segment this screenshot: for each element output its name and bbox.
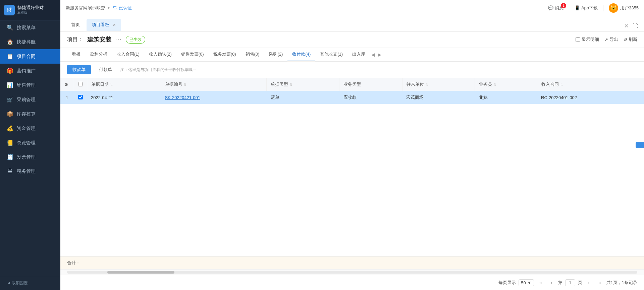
secondary-tab-note: 注：这里是与项目关联的全部收付款单哦～: [120, 67, 197, 73]
sub-nav-other-expense[interactable]: 其他收支(1): [315, 48, 347, 61]
tabbar-actions: ✕ ⛶: [624, 22, 639, 31]
payment-tab-button[interactable]: 付款单: [94, 65, 117, 74]
sidebar: 财 畅捷通好业财 标准版 🔍 搜索菜单 🏠 快捷导航 📋 项目合同 🎁 营销推广…: [0, 0, 60, 290]
feedback-button[interactable]: 反馈: [636, 142, 644, 148]
export-icon: ↗: [604, 37, 608, 42]
messages-badge: 1: [561, 3, 566, 8]
horizontal-scroll-row: [60, 269, 644, 275]
secondary-tab-bar: 收款单 付款单 注：这里是与项目关联的全部收付款单哦～: [60, 62, 644, 78]
first-page-button[interactable]: «: [537, 279, 545, 287]
main-area: 新服务官网演示账套 ▼ 🛡 已认证 💬 消息 1 📱 App下载 🐱 用: [60, 0, 644, 290]
sub-nav-income-confirm[interactable]: 收入确认(2): [144, 48, 176, 61]
tab-home[interactable]: 首页: [66, 19, 85, 31]
sidebar-item-marketing[interactable]: 🎁 营销推广: [0, 64, 60, 78]
show-detail-input[interactable]: [576, 37, 580, 42]
sub-nav-warehouse[interactable]: 出入库: [347, 48, 370, 61]
col-biz-type-label: 业务类型: [343, 82, 361, 87]
page-suffix: 页: [578, 280, 582, 286]
sub-nav-profit[interactable]: 盈利分析: [85, 48, 112, 61]
account-selector[interactable]: 新服务官网演示账套 ▼: [66, 5, 110, 11]
project-icon: 📋: [7, 53, 13, 60]
sub-nav-next-arrow[interactable]: ▶: [376, 49, 383, 60]
verified-badge: 🛡 已认证: [113, 5, 132, 11]
sidebar-unpin-button[interactable]: ◄ 取消固定: [0, 276, 60, 290]
table-container: ⚙ 单据日期 ⇅ 单据编号: [60, 78, 644, 256]
sub-nav-prev-arrow[interactable]: ◀: [370, 49, 376, 60]
tab-close-icon[interactable]: ✕: [113, 23, 116, 27]
tab-project-board[interactable]: 项目看板 ✕: [87, 19, 121, 31]
sort-icon[interactable]: ⇅: [289, 83, 292, 86]
receipt-tab-button[interactable]: 收款单: [67, 65, 91, 74]
sub-nav-purchase[interactable]: 采购(2): [264, 48, 287, 61]
sort-icon[interactable]: ⇅: [425, 83, 428, 86]
messages-button[interactable]: 💬 消息 1: [548, 5, 564, 11]
sub-nav: 看板 盈利分析 收入合同(1) 收入确认(2) 销售发票(0) 税务发票(0) …: [60, 48, 644, 62]
col-biz-type: 业务类型: [339, 78, 402, 91]
row-biz-type: 应收款: [339, 91, 402, 104]
sidebar-item-fund[interactable]: 💰 资金管理: [0, 121, 60, 136]
last-page-button[interactable]: »: [596, 279, 604, 287]
row-partner: 宏茂商场: [402, 91, 475, 104]
sidebar-item-shortcut[interactable]: 🏠 快捷导航: [0, 35, 60, 49]
pagination: 每页显示 50 ▼ « ‹ 第 页 › » 共1页，1条记录: [60, 275, 644, 290]
col-salesperson-label: 业务员: [479, 81, 492, 87]
sub-nav-sales-invoice[interactable]: 销售发票(0): [176, 48, 209, 61]
col-checkbox: [74, 78, 87, 91]
sidebar-header: 财 畅捷通好业财 标准版: [0, 0, 60, 20]
page-size-selector[interactable]: 50 ▼: [519, 279, 534, 286]
refresh-button[interactable]: ↺ 刷新: [624, 37, 637, 43]
col-income-contract: 收入合同 ⇅: [537, 78, 644, 91]
sidebar-item-purchase[interactable]: 🛒 采购管理: [0, 92, 60, 107]
user-label: 用户3355: [620, 5, 639, 11]
col-gear: ⚙: [60, 78, 74, 91]
sub-nav-income-contract[interactable]: 收入合同(1): [112, 48, 144, 61]
inventory-icon: 📦: [7, 111, 13, 117]
sidebar-item-inventory[interactable]: 📦 库存核算: [0, 107, 60, 121]
project-title: 建筑安装: [87, 35, 111, 44]
export-button[interactable]: ↗ 导出: [604, 37, 618, 43]
row-checkbox[interactable]: [78, 95, 83, 99]
refresh-icon: ↺: [624, 37, 627, 42]
select-all-checkbox[interactable]: [78, 82, 83, 86]
row-salesperson: 龙妹: [475, 91, 537, 104]
expand-icon[interactable]: ⛶: [632, 22, 639, 30]
mobile-icon: 📱: [575, 5, 580, 10]
row-number-link[interactable]: SK-20220421-001: [165, 95, 200, 100]
sort-icon[interactable]: ⇅: [493, 83, 496, 86]
avatar: 🐱: [609, 3, 618, 13]
sub-nav-sales[interactable]: 销售(0): [241, 48, 264, 61]
project-more-button[interactable]: ···: [115, 37, 122, 43]
show-detail-checkbox[interactable]: 显示明细: [576, 37, 599, 43]
user-menu[interactable]: 🐱 用户3355: [609, 3, 639, 13]
scroll-track[interactable]: [67, 271, 637, 274]
scroll-thumb[interactable]: [107, 271, 174, 274]
sort-icon[interactable]: ⇅: [184, 83, 186, 86]
sidebar-item-tax[interactable]: 🏛 税务管理: [0, 164, 60, 178]
prev-page-button[interactable]: ‹: [547, 279, 555, 287]
sort-icon[interactable]: ⇅: [110, 83, 113, 86]
row-number: SK-20220421-001: [161, 91, 266, 104]
next-page-button[interactable]: ›: [585, 279, 593, 287]
sub-nav-receipt[interactable]: 收付款(4): [287, 48, 315, 61]
sidebar-item-invoice[interactable]: 🧾 发票管理: [0, 150, 60, 164]
sidebar-item-ledger[interactable]: 📒 总账管理: [0, 136, 60, 150]
topbar: 新服务官网演示账套 ▼ 🛡 已认证 💬 消息 1 📱 App下载 🐱 用: [60, 0, 644, 16]
tabbar: 首页 项目看板 ✕ ✕ ⛶: [60, 16, 644, 31]
table-row[interactable]: 1 2022-04-21 SK-20220421-001 蓝单 应收款 宏茂商场…: [60, 91, 644, 104]
sub-nav-kanban[interactable]: 看板: [67, 48, 85, 61]
close-window-icon[interactable]: ✕: [624, 22, 629, 30]
row-checkbox-cell: [74, 91, 87, 104]
divider: [603, 5, 603, 11]
app-download-button[interactable]: 📱 App下载: [575, 5, 598, 11]
divider: [569, 5, 569, 11]
sidebar-item-search[interactable]: 🔍 搜索菜单: [0, 20, 60, 35]
home-icon: 🏠: [7, 39, 13, 45]
page-number-input[interactable]: [565, 279, 575, 286]
sort-icon[interactable]: ⇅: [560, 83, 563, 86]
sidebar-item-project[interactable]: 📋 项目合同: [0, 49, 60, 64]
sub-nav-tax-invoice[interactable]: 税务发票(0): [209, 48, 241, 61]
gear-icon[interactable]: ⚙: [64, 82, 68, 87]
col-income-contract-label: 收入合同: [541, 81, 559, 87]
sidebar-item-label: 发票管理: [17, 154, 36, 160]
sidebar-item-sales[interactable]: 📊 销售管理: [0, 78, 60, 92]
